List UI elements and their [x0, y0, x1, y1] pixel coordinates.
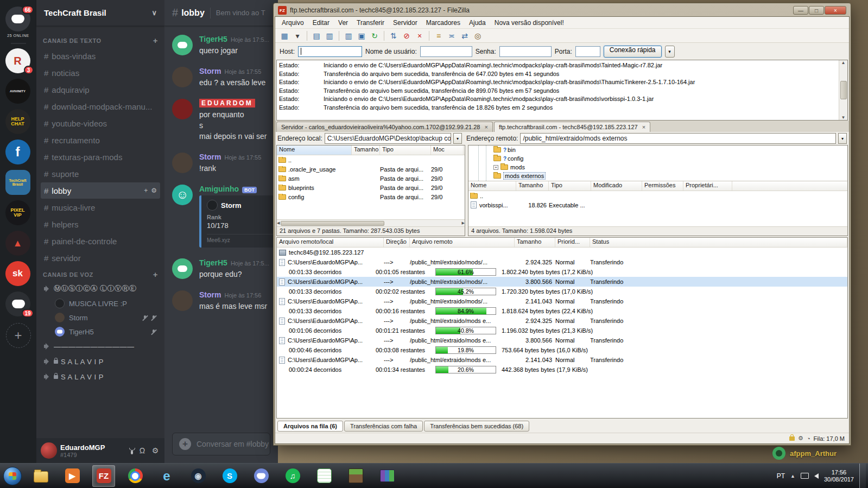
- remote-column-tipo[interactable]: Tipo: [549, 181, 591, 191]
- log-scrollbar[interactable]: ▲ ▼: [839, 60, 847, 120]
- language-indicator[interactable]: PT: [777, 472, 785, 480]
- taskbar-chrome[interactable]: [124, 465, 147, 487]
- local-address-dropdown-icon[interactable]: ▾: [453, 133, 462, 144]
- start-button[interactable]: [3, 467, 22, 485]
- scroll-right-icon[interactable]: ▶: [462, 221, 465, 225]
- server-avatar-play-triangle[interactable]: ▲: [5, 231, 30, 256]
- queue-column-dire-o[interactable]: Direção: [384, 238, 410, 247]
- channel-suporte[interactable]: #suporte: [41, 166, 160, 182]
- server-avatar-techcraft-brasil[interactable]: TechCraft Brasil: [5, 170, 30, 195]
- remote-column-modificado[interactable]: Modificado: [591, 181, 642, 191]
- queue-tab-1[interactable]: Transferências com falha: [344, 421, 423, 432]
- queue-progress-row[interactable]: 00:01:33 decorridos00:01:05 restantes61.…: [277, 267, 847, 277]
- queue-progress-row[interactable]: 00:00:46 decorridos00:03:08 restantes19.…: [277, 345, 847, 355]
- channel-musica-livre[interactable]: #musica-livre: [41, 199, 160, 216]
- sync-browse-icon[interactable]: ⇄: [459, 30, 471, 42]
- scroll-thumb[interactable]: [840, 81, 847, 99]
- taskbar-skype[interactable]: S: [218, 465, 241, 487]
- taskbar-internet-explorer[interactable]: e: [155, 465, 178, 487]
- local-column-tamanho[interactable]: Tamanho: [352, 145, 380, 155]
- server-sk[interactable]: sk: [5, 261, 31, 286]
- host-input[interactable]: [298, 46, 362, 57]
- invite-people-icon[interactable]: +: [144, 187, 148, 194]
- remote-address-dropdown-icon[interactable]: ▾: [838, 133, 847, 144]
- taskbar-winrar[interactable]: [376, 465, 398, 487]
- queue-server-row[interactable]: techc845@192.185.223.127: [277, 248, 847, 257]
- voice-member-2[interactable]: Storm: [36, 310, 164, 325]
- session-tab-0[interactable]: Servidor - carlos_eduardovieiraoliveira%…: [276, 122, 493, 132]
- message-author[interactable]: Storm: [199, 153, 221, 161]
- close-tab-icon[interactable]: ×: [484, 124, 487, 130]
- quickconnect-button[interactable]: Conexão rápida: [604, 46, 662, 58]
- local-file-row[interactable]: asmPasta de arqui...29/0: [277, 174, 465, 183]
- queue-item-row[interactable]: C:\Users\EduardoMGP\Ap...--->/public_htm…: [277, 277, 847, 287]
- queue-progress-row[interactable]: 00:01:33 decorridos00:02:02 restantes45.…: [277, 287, 847, 296]
- queue-tab-2[interactable]: Transferências bem sucedidas (68): [424, 421, 529, 432]
- message-avatar[interactable]: [172, 99, 193, 119]
- channel-servidor[interactable]: #servidor: [41, 250, 160, 266]
- taskbar-media-player[interactable]: ▶: [61, 465, 84, 487]
- remote-tree-bin[interactable]: ?bin: [468, 145, 847, 154]
- queue-column-arquivo-remoto[interactable]: Arquivo remoto: [410, 238, 515, 247]
- tree-expander-icon[interactable]: +: [493, 165, 498, 170]
- remote-tree-mods-externos[interactable]: mods externos: [468, 172, 847, 180]
- queue-column-tamanho[interactable]: Tamanho: [515, 238, 555, 247]
- server-techcraft-brasil[interactable]: TechCraft Brasil: [5, 170, 31, 195]
- refresh-icon[interactable]: ↻: [369, 30, 381, 42]
- user-settings-button[interactable]: ⚙: [150, 446, 160, 455]
- taskbar-spotify[interactable]: ♫: [281, 465, 304, 487]
- volume-icon[interactable]: [814, 473, 819, 479]
- queue-column-arquivo-remoto-local[interactable]: Arquivo remoto/local: [277, 238, 384, 247]
- desktop-notification[interactable]: afppm_Arthur: [772, 447, 837, 460]
- taskbar-filezilla[interactable]: FZ: [92, 465, 115, 487]
- voice-channel-5[interactable]: S A L A V I P: [36, 354, 164, 369]
- server-discord-server[interactable]: 19: [5, 291, 31, 316]
- message-author[interactable]: EDUARDOM: [199, 99, 255, 107]
- remote-column-nome[interactable]: Nome: [468, 181, 516, 191]
- scroll-thumb[interactable]: [281, 221, 384, 226]
- close-button[interactable]: ×: [825, 6, 846, 15]
- queue-tab-0[interactable]: Arquivos na fila (6): [277, 421, 343, 432]
- server-r-server[interactable]: R3: [5, 48, 31, 73]
- message-author[interactable]: TigerH5: [199, 35, 227, 43]
- message-author[interactable]: TigerH5: [199, 258, 227, 267]
- voice-channel-0[interactable]: ⓂⓊⓈⒾⒸⒶ ⓁⒾⓋⓇⒺ: [36, 281, 164, 296]
- queue-item-row[interactable]: C:\Users\EduardoMGP\Ap...--->/public_htm…: [277, 257, 847, 267]
- channel-youtube-videos[interactable]: #youtube-videos: [41, 115, 160, 131]
- menu-nova-vers-o-dispon-vel-[interactable]: Nova versão disponível!: [490, 18, 568, 28]
- server-avatar-avivinity[interactable]: AVIVINITY: [5, 79, 30, 104]
- minimize-button[interactable]: —: [793, 6, 808, 15]
- channel-lobby[interactable]: #lobby+⚙: [41, 182, 160, 199]
- user-avatar[interactable]: [41, 442, 57, 459]
- filezilla-titlebar[interactable]: FZ ftp.techcraftbrasil.com - techc845@19…: [275, 4, 850, 16]
- server-avatar-pixel-vip[interactable]: PIXEL VIP: [5, 200, 30, 225]
- local-file-row[interactable]: blueprintsPasta de arqui...29/0: [277, 183, 465, 192]
- voice-member-3[interactable]: TigerH5: [36, 325, 164, 339]
- message-avatar[interactable]: [172, 35, 193, 55]
- local-address-input[interactable]: C:\Users\EduardoMGP\Desktop\backup cor: [325, 133, 451, 144]
- message-author[interactable]: Storm: [199, 290, 221, 299]
- message-author[interactable]: Amiguinho: [199, 185, 239, 193]
- cancel-icon[interactable]: ⊘: [401, 30, 413, 42]
- server-play-triangle[interactable]: ▲: [5, 231, 31, 256]
- channel-painel-de-controle[interactable]: #painel-de-controle: [41, 233, 160, 249]
- find-icon[interactable]: ◎: [472, 30, 484, 42]
- toggle-local-tree-icon[interactable]: ▥: [324, 30, 335, 42]
- remote-column-propriet-ri-[interactable]: Proprietári...: [683, 181, 732, 191]
- server-pixel-vip[interactable]: PIXEL VIP: [5, 200, 31, 225]
- taskbar-steam[interactable]: ◉: [187, 465, 210, 487]
- message-avatar[interactable]: [172, 153, 193, 173]
- site-manager-icon[interactable]: ▦: [278, 30, 290, 42]
- channel-recrutamento[interactable]: #recrutamento: [41, 132, 160, 148]
- server-help-chat[interactable]: HELP CHAT: [5, 109, 31, 134]
- password-input[interactable]: [499, 46, 552, 57]
- maximize-button[interactable]: □: [809, 6, 824, 15]
- session-tab-1[interactable]: ftp.techcraftbrasil.com - techc845@192.1…: [494, 122, 650, 132]
- compare-icon[interactable]: ≍: [446, 30, 458, 42]
- menu-editar[interactable]: Editar: [308, 18, 334, 28]
- queue-item-row[interactable]: C:\Users\EduardoMGP\Ap...--->/public_htm…: [277, 355, 847, 365]
- channel-download-modpack-manu...[interactable]: #download-modpack-manu...: [41, 98, 160, 115]
- local-file-row[interactable]: ..: [277, 155, 465, 164]
- deafen-button[interactable]: Ω: [137, 446, 147, 455]
- scroll-up-icon[interactable]: ▲: [841, 60, 846, 65]
